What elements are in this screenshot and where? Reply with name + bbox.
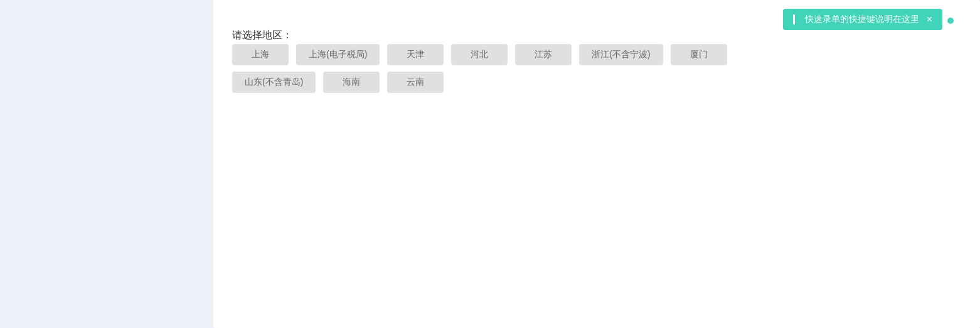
tooltip-bar <box>793 14 795 25</box>
region-button-tianjin[interactable]: 天津 <box>387 44 444 65</box>
region-button-hainan[interactable]: 海南 <box>323 72 380 93</box>
region-button-xiamen[interactable]: 厦门 <box>671 44 727 65</box>
tooltip-banner: 快速录单的快捷键说明在这里 × <box>783 9 942 30</box>
main-content: 请选择地区： 上海上海(电子税局)天津河北江苏浙江(不含宁波)厦门 山东(不含青… <box>213 0 980 328</box>
left-sidebar <box>0 0 213 328</box>
region-button-shanghai-etax[interactable]: 上海(电子税局) <box>296 44 380 65</box>
region-buttons-row2: 山东(不含青岛)海南云南 <box>232 72 444 93</box>
region-button-shandong[interactable]: 山东(不含青岛) <box>232 72 316 93</box>
region-button-hebei[interactable]: 河北 <box>451 44 508 65</box>
region-button-shanghai[interactable]: 上海 <box>232 44 289 65</box>
section-label: 请选择地区： <box>232 29 292 42</box>
tooltip-dot <box>947 18 954 24</box>
tooltip-close-button[interactable]: × <box>927 14 932 25</box>
region-button-jiangsu[interactable]: 江苏 <box>515 44 572 65</box>
tooltip-text: 快速录单的快捷键说明在这里 <box>805 14 919 25</box>
region-buttons-row1: 上海上海(电子税局)天津河北江苏浙江(不含宁波)厦门 <box>232 44 797 65</box>
region-button-yunnan[interactable]: 云南 <box>387 72 444 93</box>
region-button-zhejiang[interactable]: 浙江(不含宁波) <box>579 44 663 65</box>
